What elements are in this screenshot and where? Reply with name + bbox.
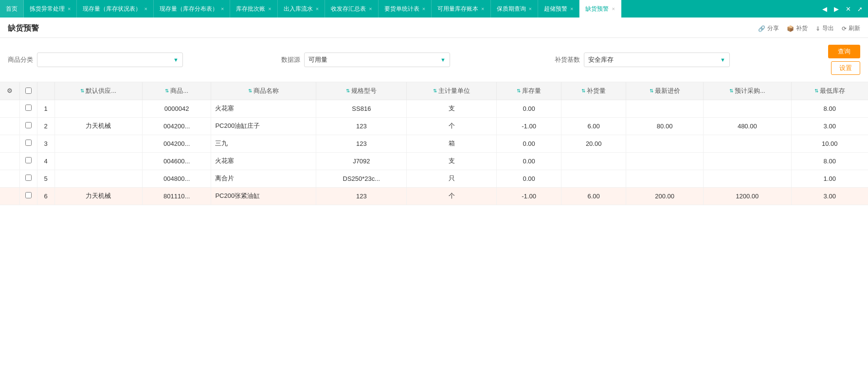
cell-spec: 123 xyxy=(316,187,407,205)
column-header-supplier[interactable]: ⇅默认供应... xyxy=(54,82,142,100)
cell-estimated-purchase: 1200.00 xyxy=(704,187,791,205)
nav-tab-close[interactable]: × xyxy=(481,6,484,12)
nav-tab-4[interactable]: 库存批次账 × xyxy=(230,0,277,18)
query-button[interactable]: 查询 xyxy=(828,45,860,58)
select-all-checkbox[interactable] xyxy=(25,88,32,94)
cell-stock: 0.00 xyxy=(497,170,561,187)
cell-supplier xyxy=(54,135,142,152)
replenish-button[interactable]: 📦 补货 xyxy=(787,24,808,33)
nav-next-button[interactable]: ▶ xyxy=(831,3,842,14)
column-header-replenish-qty[interactable]: ⇅补货量 xyxy=(561,82,626,100)
export-button[interactable]: ⇓ 导出 xyxy=(815,24,834,33)
cell-supplier: 力天机械 xyxy=(54,117,142,135)
cell-unit: 个 xyxy=(407,117,497,135)
cell-estimated-purchase xyxy=(704,100,791,117)
nav-tab-close[interactable]: × xyxy=(570,6,573,12)
cell-gear[interactable] xyxy=(0,170,19,187)
column-header-stock[interactable]: ⇅库存量 xyxy=(497,82,561,100)
cell-checkbox[interactable] xyxy=(19,135,37,152)
sort-icon: ⇅ xyxy=(517,88,521,93)
table-row: 5004800...离合片DS250*23c...只0.001.00 xyxy=(0,170,868,187)
nav-tab-2[interactable]: 现存量（库存状况表） × xyxy=(77,0,153,18)
row-checkbox[interactable] xyxy=(25,122,32,128)
cell-checkbox[interactable] xyxy=(19,152,37,170)
nav-close-button[interactable]: ✕ xyxy=(843,3,853,14)
cell-replenish-qty: 6.00 xyxy=(561,117,626,135)
nav-tab-close[interactable]: × xyxy=(268,6,271,12)
row-checkbox[interactable] xyxy=(25,192,32,198)
nav-tab-5[interactable]: 出入库流水 × xyxy=(278,0,325,18)
table-row: 10000042火花塞SS816支0.008.00 xyxy=(0,100,868,117)
nav-tab-close[interactable]: × xyxy=(369,6,372,12)
column-header-estimated-purchase[interactable]: ⇅预计采购... xyxy=(704,82,791,100)
refresh-button[interactable]: ⟳ 刷新 xyxy=(842,24,860,33)
nav-tab-label: 要货单统计表 xyxy=(384,5,419,13)
cell-gear[interactable] xyxy=(0,187,19,205)
row-checkbox[interactable] xyxy=(25,157,32,163)
filter-actions: 查询 设置 xyxy=(828,45,860,75)
cell-gear[interactable] xyxy=(0,152,19,170)
cell-stock: 0.00 xyxy=(497,100,561,117)
settings-button[interactable]: 设置 xyxy=(831,61,860,75)
replenish-select[interactable]: 安全库存 ▼ xyxy=(584,53,730,67)
table-row: 2力天机械004200...PC200油缸庄子123个-1.006.0080.0… xyxy=(0,117,868,135)
nav-tabs: 首页拣货异常处理 ×现存量（库存状况表） ×现存量（库存分布表） ×库存批次账 … xyxy=(0,0,816,18)
nav-tab-9[interactable]: 保质期查询 × xyxy=(491,0,538,18)
nav-tab-7[interactable]: 要货单统计表 × xyxy=(379,0,432,18)
nav-prev-button[interactable]: ◀ xyxy=(819,3,830,14)
header-actions: 🔗 分享 📦 补货 ⇓ 导出 ⟳ 刷新 xyxy=(758,24,860,33)
sort-icon: ⇅ xyxy=(346,88,350,93)
nav-tab-10[interactable]: 超储预警 × xyxy=(538,0,579,18)
column-header-latest-price[interactable]: ⇅最新进价 xyxy=(626,82,704,100)
nav-tab-close[interactable]: × xyxy=(144,6,147,12)
column-header-product-name[interactable]: ⇅商品名称 xyxy=(211,82,316,100)
nav-expand-button[interactable]: ➚ xyxy=(854,3,865,14)
nav-tab-close[interactable]: × xyxy=(612,6,615,12)
cell-checkbox[interactable] xyxy=(19,117,37,135)
nav-tab-1[interactable]: 拣货异常处理 × xyxy=(24,0,77,18)
nav-tab-0[interactable]: 首页 xyxy=(0,0,24,18)
cell-stock: 0.00 xyxy=(497,152,561,170)
nav-tab-label: 现存量（库存状况表） xyxy=(83,5,141,13)
nav-tab-close[interactable]: × xyxy=(316,6,319,12)
row-checkbox[interactable] xyxy=(25,175,32,181)
cell-stock: -1.00 xyxy=(497,187,561,205)
sort-icon: ⇅ xyxy=(581,88,585,93)
cell-gear[interactable] xyxy=(0,100,19,117)
share-icon: 🔗 xyxy=(758,25,765,32)
cell-gear[interactable] xyxy=(0,135,19,152)
cell-checkbox[interactable] xyxy=(19,100,37,117)
nav-tab-6[interactable]: 收发存汇总表 × xyxy=(325,0,378,18)
nav-tab-close[interactable]: × xyxy=(221,6,224,12)
column-header-unit[interactable]: ⇅主计量单位 xyxy=(407,82,497,100)
share-button[interactable]: 🔗 分享 xyxy=(758,24,779,33)
cell-product-name: PC200张紧油缸 xyxy=(211,187,316,205)
nav-tab-8[interactable]: 可用量库存账本 × xyxy=(432,0,490,18)
column-header-product-code[interactable]: ⇅商品... xyxy=(142,82,211,100)
cell-spec: 123 xyxy=(316,135,407,152)
table-row: 4004600...火花塞J7092支0.008.00 xyxy=(0,152,868,170)
row-checkbox[interactable] xyxy=(25,140,32,146)
nav-tab-11[interactable]: 缺货预警 × xyxy=(579,0,621,18)
column-header-min-stock[interactable]: ⇅最低库存 xyxy=(791,82,868,100)
column-header-spec[interactable]: ⇅规格型号 xyxy=(316,82,407,100)
nav-controls: ◀ ▶ ✕ ➚ xyxy=(816,0,868,18)
nav-tab-close[interactable]: × xyxy=(68,6,71,12)
column-header-gear[interactable]: ⚙ xyxy=(0,82,19,100)
sort-icon: ⇅ xyxy=(814,88,818,93)
cell-gear[interactable] xyxy=(0,117,19,135)
cell-latest-price xyxy=(626,135,704,152)
row-checkbox[interactable] xyxy=(25,105,32,111)
nav-tab-close[interactable]: × xyxy=(529,6,532,12)
datasource-select[interactable]: 可用量 ▼ xyxy=(304,53,450,67)
cell-estimated-purchase xyxy=(704,152,791,170)
cell-checkbox[interactable] xyxy=(19,170,37,187)
nav-tab-label: 出入库流水 xyxy=(284,5,313,13)
nav-tab-3[interactable]: 现存量（库存分布表） × xyxy=(154,0,230,18)
cell-checkbox[interactable] xyxy=(19,187,37,205)
column-header-checkbox[interactable] xyxy=(19,82,37,100)
nav-tab-close[interactable]: × xyxy=(422,6,425,12)
nav-tab-label: 首页 xyxy=(6,5,18,13)
category-select[interactable]: ▼ xyxy=(37,53,183,67)
data-table: ⚙ ⇅默认供应... ⇅商品... ⇅商品名称 xyxy=(0,82,868,205)
